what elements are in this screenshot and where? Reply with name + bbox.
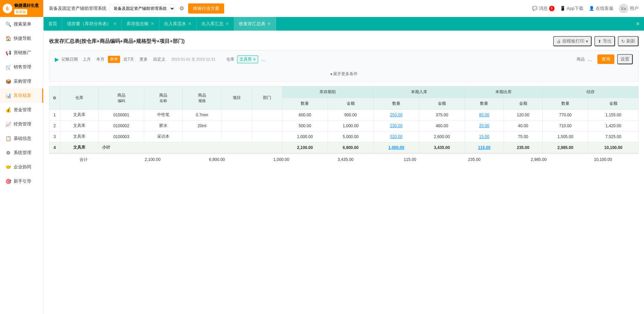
tab-close-btn[interactable]: ✕ bbox=[267, 21, 271, 26]
th-settings[interactable]: ⚙ bbox=[49, 86, 60, 110]
app-download-btn[interactable]: 📱 App下载 bbox=[560, 5, 583, 12]
td-out-amt: 75.00 bbox=[503, 131, 542, 142]
td-subtotal-in-amt: 3,435.00 bbox=[419, 142, 465, 153]
table-row: 3 文具库 0100003 采访本 1,000.00 5,000.00 520.… bbox=[49, 131, 639, 142]
sidebar-item-purchase[interactable]: 📦采购管理 bbox=[0, 74, 43, 88]
td-out-qty[interactable]: 20.00 bbox=[465, 120, 503, 131]
search-icon: 🔍 bbox=[5, 21, 11, 27]
close-all-tabs-btn[interactable]: ✕ bbox=[632, 21, 644, 27]
th-out-group: 本期出库 bbox=[465, 86, 543, 98]
td-in-qty[interactable]: 520.00 bbox=[374, 131, 419, 142]
tabs-container: 首页现存量（库存分布表）✕库存批次账✕出入库流水✕出入库汇总✕收发存汇总表✕ bbox=[44, 17, 632, 31]
sidebar-item-enterprise[interactable]: 🤝企业协同 bbox=[0, 160, 43, 174]
td-project bbox=[221, 110, 252, 120]
sidebar-item-finance[interactable]: 💰资金管理 bbox=[0, 103, 43, 117]
td-out-qty[interactable]: 15.00 bbox=[465, 131, 503, 142]
system-select[interactable]: 装备及固定资产辅助管理系统 bbox=[109, 4, 175, 13]
tab-close-btn[interactable]: ✕ bbox=[226, 21, 229, 26]
td-subtotal-out-amt: 235.00 bbox=[503, 142, 542, 153]
expand-more-btn[interactable]: ▾ 展开更多条件 bbox=[330, 71, 358, 77]
sidebar-item-sales[interactable]: 🛒销售管理 bbox=[0, 60, 43, 74]
tab-出入库汇总[interactable]: 出入库汇总✕ bbox=[197, 17, 234, 31]
td-out-qty[interactable]: 80.00 bbox=[465, 110, 503, 120]
app-logo: 6 畅捷通好生意 标准版 bbox=[0, 0, 43, 17]
td-subtotal-label: 小计 bbox=[98, 142, 282, 153]
print-btn[interactable]: 🖨 按模板打印 ▾ bbox=[553, 36, 592, 46]
sidebar-item-marketing[interactable]: 📢营销推广 bbox=[0, 46, 43, 60]
tab-收发存汇总表[interactable]: 收发存汇总表✕ bbox=[234, 17, 276, 31]
goods-more-btn[interactable]: ... bbox=[588, 56, 592, 62]
sidebar-item-basic-info[interactable]: 📋基础信息 bbox=[0, 131, 43, 146]
warehouse-more-btn[interactable]: ... bbox=[261, 56, 265, 62]
sidebar-item-business[interactable]: 📈经营管理 bbox=[0, 117, 43, 131]
online-service-btn[interactable]: 👤 在线客服 bbox=[589, 5, 613, 12]
td-no: 3 bbox=[49, 131, 60, 142]
sidebar-item-system[interactable]: ⚙系统管理 bbox=[0, 146, 43, 160]
marketing-icon: 📢 bbox=[5, 50, 11, 55]
date-more-btn[interactable]: 更多 bbox=[137, 56, 150, 63]
date-last-month-btn[interactable]: 上月 bbox=[81, 56, 93, 63]
tab-出入库流水[interactable]: 出入库流水✕ bbox=[159, 17, 197, 31]
th-opening-group: 库存期初 bbox=[282, 86, 373, 98]
date-custom-btn[interactable]: 自定义 bbox=[151, 56, 167, 63]
chevron-down-icon: ▾ bbox=[586, 39, 588, 44]
warehouse-tag-close-btn[interactable]: ✕ bbox=[253, 57, 256, 61]
date-range-display: 2023-01-01 至 2023-12-31 bbox=[171, 57, 216, 62]
sidebar-item-quick-nav[interactable]: 🏠快捷导航 bbox=[0, 31, 43, 46]
sidebar-nav: 🔍搜索菜单🏠快捷导航📢营销推广🛒销售管理📦采购管理📊库存核算💰资金管理📈经营管理… bbox=[0, 17, 43, 188]
tab-现存量库存分布表[interactable]: 现存量（库存分布表）✕ bbox=[62, 17, 122, 31]
date-current-month-btn[interactable]: 本月 bbox=[94, 56, 106, 63]
date-current-year-btn[interactable]: 本年 bbox=[108, 56, 120, 63]
sidebar-item-guide[interactable]: 🎯新手引导 bbox=[0, 174, 43, 188]
sidebar: 6 畅捷通好生意 标准版 🔍搜索菜单🏠快捷导航📢营销推广🛒销售管理📦采购管理📊库… bbox=[0, 0, 44, 314]
date-label: 记账日期 bbox=[62, 56, 78, 62]
td-subtotal-closing-amt: 10,100.00 bbox=[588, 142, 639, 153]
export-btn[interactable]: ⬆ 导出 bbox=[594, 36, 615, 46]
tab-库存批次账[interactable]: 库存批次账✕ bbox=[122, 17, 159, 31]
sidebar-item-search[interactable]: 🔍搜索菜单 bbox=[0, 17, 43, 31]
tab-close-btn[interactable]: ✕ bbox=[188, 21, 192, 26]
experience-btn[interactable]: 体验行业方案 bbox=[188, 3, 224, 14]
page-header: 收发存汇总表(按仓库+商品编码+商品+规格型号+项目+部门) 🖨 按模板打印 ▾… bbox=[49, 36, 639, 46]
footer-in-qty: 1,000.00 bbox=[249, 156, 313, 163]
warehouse-label: 仓库 bbox=[226, 56, 234, 62]
td-in-qty[interactable]: 250.00 bbox=[374, 110, 419, 120]
enterprise-icon: 🤝 bbox=[5, 164, 11, 170]
query-btn[interactable]: 查询 bbox=[597, 54, 614, 64]
finance-icon: 💰 bbox=[5, 107, 11, 113]
warehouse-filter: 仓库 文具库 ✕ ... bbox=[226, 55, 265, 63]
refresh-btn[interactable]: ↻ 刷新 bbox=[618, 36, 639, 46]
settings-icon[interactable]: ⚙ bbox=[178, 4, 185, 13]
settings-config-btn[interactable]: 设置 bbox=[617, 54, 633, 64]
td-closing-amt: 1,155.00 bbox=[588, 110, 639, 120]
td-subtotal-out-qty[interactable]: 115.00 bbox=[465, 142, 503, 153]
th-closing-qty: 数量 bbox=[543, 98, 588, 110]
topbar-right: 💬 消息 6 📱 App下载 👤 在线客服 Ea 用户 bbox=[532, 4, 639, 13]
sidebar-item-inventory[interactable]: 📊库存核算 bbox=[0, 88, 43, 103]
th-in-group: 本期入库 bbox=[374, 86, 465, 98]
td-project bbox=[221, 120, 252, 131]
filter-collapse-btn[interactable]: ▶ bbox=[55, 56, 59, 63]
date-options: 上月 本月 本年 近7天 更多 自定义 bbox=[81, 56, 167, 63]
topbar-left: 装备及固定资产辅助管理系统 装备及固定资产辅助管理系统 ⚙ 体验行业方案 bbox=[49, 3, 224, 14]
td-closing-amt: 7,525.00 bbox=[588, 131, 639, 142]
filter-row-1: ▶ 记账日期 上月 本月 本年 近7天 更多 自定义 2023-01-01 至 … bbox=[55, 54, 633, 64]
logo-icon: 6 bbox=[3, 4, 12, 13]
date-7days-btn[interactable]: 近7天 bbox=[121, 56, 136, 63]
message-btn[interactable]: 💬 消息 6 bbox=[532, 5, 555, 12]
footer-opening-amt: 6,900.00 bbox=[185, 156, 249, 163]
tab-首页[interactable]: 首页 bbox=[44, 17, 62, 31]
tab-close-btn[interactable]: ✕ bbox=[151, 21, 154, 26]
td-in-qty[interactable]: 230.00 bbox=[374, 120, 419, 131]
user-profile-btn[interactable]: Ea 用户 bbox=[619, 4, 639, 13]
tab-close-btn[interactable]: ✕ bbox=[113, 21, 117, 26]
business-icon: 📈 bbox=[5, 121, 11, 127]
logo-text: 畅捷通好生意 标准版 bbox=[14, 3, 39, 15]
td-department bbox=[252, 131, 282, 142]
th-department: 部门 bbox=[252, 86, 282, 110]
filter-bar: ▶ 记账日期 上月 本月 本年 近7天 更多 自定义 2023-01-01 至 … bbox=[49, 50, 639, 82]
td-subtotal-in-qty[interactable]: 1,000.00 bbox=[374, 142, 419, 153]
td-goods-name: 胶水 bbox=[144, 120, 183, 131]
td-goods-name: 采访本 bbox=[144, 131, 183, 142]
td-opening-qty: 1,000.00 bbox=[282, 131, 328, 142]
